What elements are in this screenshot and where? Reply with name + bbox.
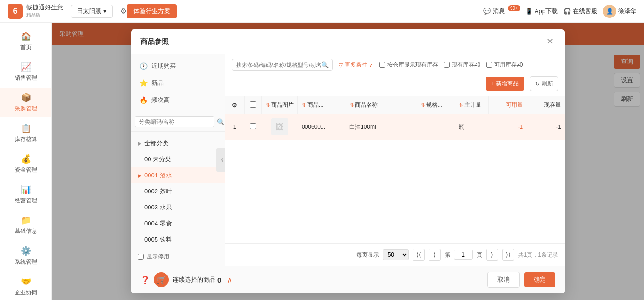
sidebar-item-home[interactable]: 🏠 首页	[0, 26, 51, 56]
message-badge: 99+	[508, 5, 520, 11]
product-image: 🖼	[271, 118, 288, 135]
arrow-icon: ▶	[138, 141, 141, 147]
category-list: ▶ 全部分类 00 未分类 ▶ 0001 酒水 0002 茶	[131, 132, 225, 248]
nav-online-service[interactable]: 🎧 在线客服	[563, 7, 597, 16]
cell-img: 🖼	[262, 114, 298, 140]
col-header-unit: ⇅ 主计量	[455, 96, 488, 114]
logo-area: 6 畅捷通好生意 精品版	[8, 4, 63, 19]
modal-overlay: 商品参照 ✕ 🕐 近期购买 ⭐	[52, 23, 644, 300]
chevron-up-icon: ∧	[369, 62, 373, 68]
modal-close-button[interactable]: ✕	[544, 36, 555, 47]
cat-item-0004[interactable]: 0004 零食	[131, 216, 225, 232]
add-product-button[interactable]: + 新增商品	[486, 77, 524, 91]
sidebar-item-enterprise[interactable]: 🤝 企业协同	[0, 272, 51, 300]
category-search-area: 🔍	[131, 112, 225, 132]
modal-footer: ❓ 🛒 连续选择的商品 0 ∧ 取消 确定	[131, 266, 565, 293]
cell-avail: -1	[488, 114, 527, 140]
nav-app-download[interactable]: 📱 App下载	[525, 7, 558, 16]
sidebar-item-basic[interactable]: 📁 基础信息	[0, 210, 51, 240]
category-search-input[interactable]	[135, 116, 214, 127]
cell-spec	[417, 114, 455, 140]
cat-item-all[interactable]: ▶ 全部分类	[131, 135, 225, 151]
cart-icon[interactable]: 🛒	[154, 272, 169, 287]
selected-count: 0	[217, 276, 221, 284]
cell-check[interactable]	[244, 114, 261, 140]
cell-stock: -1	[527, 114, 565, 140]
modal-header: 商品参照 ✕	[131, 29, 565, 54]
headset-icon: 🎧	[563, 8, 571, 15]
cat-item-00[interactable]: 00 未分类	[131, 151, 225, 167]
page-size-select[interactable]: 50 20 100	[383, 249, 409, 260]
tab-recent-purchase[interactable]: 🕐 近期购买	[135, 58, 221, 74]
sort-icon-unit: ⇅	[459, 102, 463, 108]
show-disabled-area: 显示停用	[131, 248, 225, 266]
active-arrow-icon: ▶	[138, 173, 141, 179]
cell-name: 白酒100ml	[346, 114, 417, 140]
user-info[interactable]: 👤 徐泽华	[603, 5, 636, 18]
purchase-icon: 📦	[21, 92, 31, 103]
chevron-left-icon: 《	[218, 157, 223, 164]
cat-item-0002[interactable]: 0002 茶叶	[131, 183, 225, 200]
checkbox-current-stock[interactable]: 现有库存≠0	[444, 61, 480, 69]
modal-title: 商品参照	[140, 37, 169, 46]
table-row[interactable]: 1 🖼 000600... 白酒100ml	[225, 114, 565, 140]
sort-icon-name: ⇅	[350, 102, 354, 108]
nav-message[interactable]: 💬 消息 99+	[483, 7, 520, 16]
next-page-button[interactable]: ⟩	[486, 249, 498, 261]
sidebar-item-finance[interactable]: 💰 资金管理	[0, 149, 51, 179]
enterprise-icon: 🤝	[21, 276, 31, 287]
last-page-button[interactable]: ⟩⟩	[502, 249, 514, 261]
select-all-checkbox[interactable]	[250, 101, 256, 108]
sidebar: 🏠 首页 📈 销售管理 📦 采购管理 📋 库存核算 💰 资金管理 📊 经营管理 …	[0, 23, 52, 300]
sidebar-item-inventory[interactable]: 📋 库存核算	[0, 118, 51, 148]
page-number-input[interactable]	[454, 250, 473, 260]
sidebar-item-purchase[interactable]: 📦 采购管理	[0, 88, 51, 117]
row-checkbox[interactable]	[250, 123, 256, 129]
sort-icon: ⇅	[266, 102, 270, 108]
col-header-spec: ⇅ 规格...	[417, 96, 455, 114]
refresh-list-button[interactable]: ↻ 刷新	[530, 76, 558, 91]
cat-item-0001[interactable]: ▶ 0001 酒水	[131, 167, 225, 183]
cat-item-0005[interactable]: 0005 饮料	[131, 232, 225, 248]
sidebar-item-system[interactable]: ⚙️ 系统管理	[0, 241, 51, 271]
checkbox-available-stock[interactable]: 可用库存≠0	[486, 61, 523, 69]
experience-button[interactable]: 体验行业方案	[127, 4, 177, 18]
product-search-input[interactable]	[236, 62, 321, 68]
help-icon[interactable]: ❓	[140, 275, 150, 284]
filter-icon: ▽	[339, 62, 343, 68]
cancel-button[interactable]: 取消	[487, 272, 520, 288]
tab-new-product[interactable]: ⭐ 新品	[135, 75, 221, 91]
system-icon: ⚙️	[21, 246, 31, 256]
gear-icon[interactable]: ⚙	[120, 7, 127, 16]
table-header-row: ⚙ ⇅ 商品图片	[225, 96, 565, 114]
sidebar-item-operations[interactable]: 📊 经营管理	[0, 180, 51, 209]
tab-high-frequency[interactable]: 🔥 频次高	[135, 92, 221, 108]
settings-icon[interactable]: ⚙	[232, 102, 237, 108]
col-header-code: ⇅ 商品...	[298, 96, 346, 114]
mobile-icon: 📱	[525, 8, 533, 15]
checkbox-warehouse-stock[interactable]: 按仓库显示现有库存	[379, 61, 438, 69]
sidebar-item-sales[interactable]: 📈 销售管理	[0, 57, 51, 87]
chevron-down-icon: ▾	[103, 8, 107, 15]
left-panel-collapse-button[interactable]: 《	[216, 148, 225, 172]
search-icon[interactable]: 🔍	[217, 118, 224, 125]
finance-icon: 💰	[21, 154, 31, 164]
search-icon-orange[interactable]: 🔍	[321, 61, 329, 68]
logo-icon: 6	[8, 4, 23, 19]
main-layout: 🏠 首页 📈 销售管理 📦 采购管理 📋 库存核算 💰 资金管理 📊 经营管理 …	[0, 23, 644, 300]
store-selector[interactable]: 日太阳膜 ▾	[71, 5, 113, 18]
collapse-footer-icon[interactable]: ∧	[227, 275, 232, 284]
cat-item-0003[interactable]: 0003 水果	[131, 200, 225, 216]
confirm-button[interactable]: 确定	[524, 272, 555, 287]
modal-body: 🕐 近期购买 ⭐ 新品 🔥 频次高	[131, 54, 565, 266]
star-icon: ⭐	[140, 79, 148, 87]
prev-page-button[interactable]: ⟨	[429, 249, 441, 261]
first-page-button[interactable]: ⟨⟨	[413, 249, 425, 261]
col-header-check	[244, 96, 261, 114]
pagination-bar: 每页显示 50 20 100 ⟨⟨ ⟨ 第 页 ⟩	[225, 243, 565, 266]
col-header-name: ⇅ 商品名称	[346, 96, 417, 114]
show-disabled-checkbox[interactable]	[138, 254, 144, 260]
app-name: 畅捷通好生意	[26, 4, 63, 12]
product-table: ⚙ ⇅ 商品图片	[225, 96, 565, 140]
filter-more-button[interactable]: ▽ 更多条件 ∧	[339, 61, 373, 69]
